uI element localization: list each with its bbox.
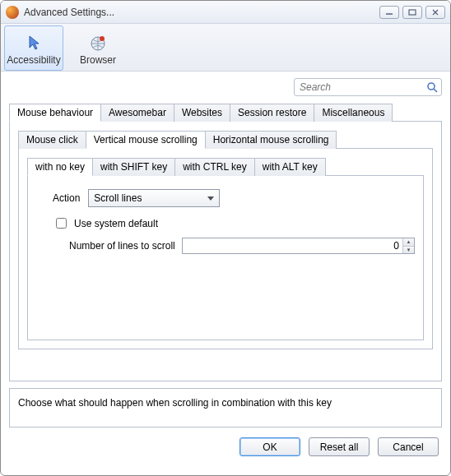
main-tabstrip: Mouse behaviour Awesomebar Websites Sess… <box>9 103 442 122</box>
svg-marker-4 <box>30 36 39 49</box>
ok-button[interactable]: OK <box>239 437 300 456</box>
description-text: Choose what should happen when scrolling… <box>18 397 332 409</box>
tab-miscellaneous[interactable]: Miscellaneous <box>314 104 393 122</box>
tab-shift-key[interactable]: with SHIFT key <box>92 158 175 176</box>
tab-alt-key[interactable]: with ALT key <box>254 158 326 176</box>
titlebar: Advanced Settings... <box>1 1 450 24</box>
search-input[interactable] <box>298 81 426 94</box>
use-default-label: Use system default <box>74 218 158 229</box>
action-combo[interactable]: Scroll lines <box>88 189 220 207</box>
cursor-icon <box>22 33 45 53</box>
num-lines-input[interactable] <box>183 238 402 253</box>
action-combo-value: Scroll lines <box>94 192 142 204</box>
svg-point-7 <box>428 83 435 90</box>
tab-awesomebar[interactable]: Awesomebar <box>100 104 174 122</box>
svg-rect-1 <box>409 10 416 15</box>
cancel-button[interactable]: Cancel <box>378 437 439 456</box>
chevron-down-icon <box>207 196 214 201</box>
maximize-icon <box>408 9 416 16</box>
settings-window: Advanced Settings... Accessibility Brows… <box>0 0 451 476</box>
minimize-icon <box>385 9 393 16</box>
tab-vertical-scrolling[interactable]: Vertical mouse scrolling <box>86 131 206 149</box>
window-title: Advanced Settings... <box>24 7 379 18</box>
main-tabpanel: Mouse click Vertical mouse scrolling Hor… <box>9 122 442 381</box>
tab-horizontal-scrolling[interactable]: Horizontal mouse scrolling <box>205 131 337 149</box>
tab-no-key[interactable]: with no key <box>27 158 93 176</box>
close-button[interactable] <box>425 6 445 19</box>
tab-mouse-behaviour[interactable]: Mouse behaviour <box>9 104 101 122</box>
dialog-buttons: OK Reset all Cancel <box>9 434 442 456</box>
toolbar-item-accessibility[interactable]: Accessibility <box>4 25 63 71</box>
tab-websites[interactable]: Websites <box>174 104 230 122</box>
svg-point-6 <box>100 36 105 41</box>
spin-up-button[interactable]: ▲ <box>403 238 414 247</box>
sub-tabstrip: Mouse click Vertical mouse scrolling Hor… <box>18 130 433 149</box>
svg-line-8 <box>434 89 437 92</box>
reset-all-button[interactable]: Reset all <box>309 437 370 456</box>
close-icon <box>431 9 439 16</box>
num-lines-field[interactable]: ▲ ▼ <box>182 238 415 254</box>
search-icon <box>426 81 438 93</box>
globe-icon <box>86 33 109 53</box>
main-tabs-container: Mouse behaviour Awesomebar Websites Sess… <box>9 103 442 381</box>
key-tabpanel: Action Scroll lines Use system default N <box>27 176 424 340</box>
toolbar: Accessibility Browser <box>1 24 450 72</box>
num-lines-label: Number of lines to scroll <box>69 240 175 252</box>
maximize-button[interactable] <box>402 6 422 19</box>
action-label: Action <box>53 192 80 204</box>
use-default-checkbox[interactable] <box>56 218 67 229</box>
sub-tabpanel: with no key with SHIFT key with CTRL key… <box>18 149 433 349</box>
toolbar-item-browser[interactable]: Browser <box>68 25 128 71</box>
tab-ctrl-key[interactable]: with CTRL key <box>174 158 255 176</box>
key-tabstrip: with no key with SHIFT key with CTRL key… <box>27 157 424 176</box>
minimize-button[interactable] <box>379 6 399 19</box>
toolbar-label-browser: Browser <box>80 54 116 66</box>
toolbar-label-accessibility: Accessibility <box>7 54 60 66</box>
tab-mouse-click[interactable]: Mouse click <box>18 131 86 149</box>
spin-down-button[interactable]: ▼ <box>403 247 414 254</box>
tab-session-restore[interactable]: Session restore <box>230 104 314 122</box>
app-icon <box>6 6 19 19</box>
description-box: Choose what should happen when scrolling… <box>9 388 442 427</box>
search-box[interactable] <box>294 78 442 96</box>
